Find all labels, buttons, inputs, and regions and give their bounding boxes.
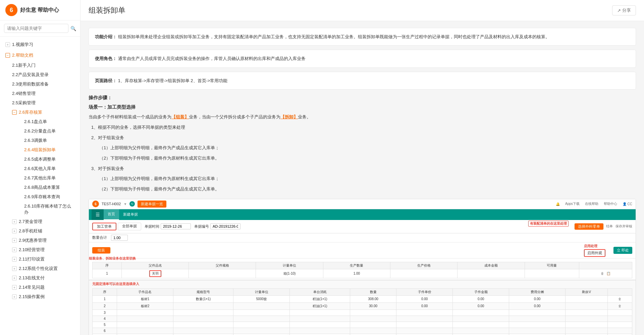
sidebar-item-other-out[interactable]: 2.6.7其他出库单	[24, 173, 80, 183]
function-desc-text: 组装拆卸单用来处理企业组装或拆卸等加工业务，支持有固定装配清单的产品加工业务，也…	[118, 34, 550, 39]
mock-row-delete-icon[interactable]: 🗑	[601, 272, 604, 275]
mock-qty-total-input[interactable]	[111, 235, 128, 241]
nav-tree: + 1.视频学习 − 2.帮助文档 2.1新手入门 2.2产品安装及登录 2.3…	[0, 37, 80, 335]
mock-date-input[interactable]	[161, 223, 191, 229]
sidebar-item-cost[interactable]: 2.6.5成本调整单	[24, 155, 80, 164]
sidebar-item-sales[interactable]: 2.4销售管理	[12, 89, 80, 98]
sidebar-item-video[interactable]: + 1.视频学习	[0, 39, 80, 50]
mock-ltable-col-seq: 序	[93, 288, 117, 295]
mock-cell-avail	[525, 269, 579, 278]
search-input[interactable]	[4, 24, 68, 33]
mock-logo: 6	[92, 201, 99, 207]
mock-cell-unit: 箱(1-10)	[256, 269, 323, 278]
mock-enable-btn[interactable]: 启用外观	[584, 249, 605, 257]
mock-cell-name-input[interactable]: 关羽	[149, 270, 161, 277]
expand-icon: +	[12, 229, 17, 233]
mock-sync-icon: ↻	[129, 201, 135, 207]
expand-icon: +	[12, 276, 17, 280]
mock-assembly-badge[interactable]: 组装	[92, 247, 110, 254]
mock-ltable-col-consume: 单台消耗	[290, 288, 350, 295]
mock-del-icon2[interactable]: 🗑	[618, 304, 622, 308]
mock-bill-no-label: 单据编号	[194, 224, 209, 229]
step-2-1: （1）上部明细为父件明细，最终作为产成品生成其它入库单；	[99, 144, 636, 152]
sidebar-item-online-pay[interactable]: + 2.13在线支付	[12, 273, 80, 283]
sidebar-item-assembly[interactable]: 2.6.4组装拆卸单	[24, 145, 80, 155]
mock-section-header: 组装 组装业务、拆卸业务在这里切换 启用处理 启用外观 立 即处	[89, 242, 636, 259]
sidebar-item-install[interactable]: 2.2产品安装及登录	[12, 70, 80, 79]
mock-row-copy-icon[interactable]: 📋	[606, 272, 610, 275]
sidebar-item-print[interactable]: + 2.11打印设置	[12, 255, 80, 264]
sidebar-item-label: 2.3使用前数据准备	[12, 81, 49, 87]
mock-table-col-avail: 可用量	[525, 262, 579, 269]
sidebar-header: 6 好生意 帮助中心	[0, 0, 80, 20]
mock-ltable-col-price: 子件单价	[396, 288, 453, 295]
table-row: 1 关羽 箱(1-10) 1.00	[93, 269, 632, 278]
sidebar-item-goods-cost[interactable]: 2.6.8商品成本重算	[24, 183, 80, 192]
sidebar-item-label: 2.6库存核算	[19, 109, 42, 115]
sidebar-item-count[interactable]: 2.6.1盘点单	[24, 117, 80, 126]
mock-cell-seq: 1	[93, 269, 122, 278]
mock-cell-cost	[458, 269, 525, 278]
sidebar-item-purchase[interactable]: 2.5采购管理	[12, 98, 80, 108]
scene1-desc: 当由多个子件材料组装成一个成品的业务为【组装】业务，当由一个父件拆分成多个子产品…	[89, 113, 636, 121]
sidebar-item-faq[interactable]: + 2.14常见问题	[12, 283, 80, 292]
mock-tab-new[interactable]: 新建单据	[119, 209, 142, 220]
role-label: 使用角色：	[95, 56, 117, 61]
mock-nav-bar: ☰ 首页 新建单据	[89, 209, 636, 220]
mock-confirm-btn[interactable]: 立 即处	[613, 247, 632, 254]
mock-type-tabs: 加工管单 全部单据	[92, 223, 141, 230]
mock-type-select[interactable]: 加工管单	[92, 223, 116, 230]
sidebar-item-stock-check[interactable]: 2.6.9库存账本查询	[24, 192, 80, 202]
step-2: 2、对于组装业务	[91, 134, 636, 142]
sidebar-item-finance[interactable]: + 2.7资金管理	[12, 217, 80, 226]
sidebar-item-inventory[interactable]: − 2.6库存核算	[12, 108, 80, 117]
docs-subnav: 2.1新手入门 2.2产品安装及登录 2.3使用前数据准备 2.4销售管理 2.…	[0, 61, 80, 301]
sidebar-item-ops[interactable]: + 2.10经营管理	[12, 245, 80, 255]
expand-icon: +	[12, 294, 17, 299]
mock-bill-no-input[interactable]	[210, 223, 240, 229]
sidebar-item-partial[interactable]: 2.6.2分量盘点单	[24, 126, 80, 136]
annotation-1: 有装配清单的在这里处理	[528, 221, 569, 227]
mock-del-icon[interactable]: 🗑	[618, 297, 622, 301]
path-label: 页面路径：	[95, 78, 117, 83]
sidebar-item-label: 1.视频学习	[12, 42, 33, 48]
mock-tab-home[interactable]: 首页	[104, 209, 119, 220]
mock-type-badge-wrapper: 组装 组装业务、拆卸业务在这里切换	[92, 247, 110, 254]
sidebar-item-custom[interactable]: + 2.12系统个性化设置	[12, 264, 80, 273]
expand-icon: +	[12, 285, 17, 290]
mock-table-col-price: 生产价格	[390, 262, 458, 269]
search-button[interactable]: 🔍	[70, 26, 76, 31]
mock-arrange-btn[interactable]: 选择外科零单	[575, 223, 603, 230]
sidebar-item-coupon[interactable]: + 2.9优惠券管理	[12, 236, 80, 245]
app-title: 好生意 帮助中心	[20, 7, 59, 14]
sidebar-item-transfer[interactable]: 2.6.3调拨单	[24, 136, 80, 145]
mock-nav-toggle: ☰	[92, 209, 104, 220]
mock-second-row: 数量合计	[89, 233, 636, 242]
search-box: 🔍	[0, 20, 80, 37]
step-3: 3、对于拆装业务	[91, 165, 636, 173]
sidebar: 6 好生意 帮助中心 🔍 + 1.视频学习 − 2.帮助文档 2.1新手入门 2…	[0, 0, 80, 335]
sidebar-item-mobile[interactable]: + 2.8手机旺铺	[12, 226, 80, 236]
mock-lower-table: 序 子件品名 规格型号 计量单位 单台消耗 数量 子件单价 子件金额 费用分摊 …	[92, 288, 632, 335]
mock-lower-wrapper: 无固定清单可以在这里选填录入 序 子件品名 规格型号 计量单位 单台消耗 数量 …	[89, 280, 636, 335]
mock-app-id: TEST-H002	[102, 202, 121, 206]
mock-right-actions: 选择外科零单 结单 保存并审核	[244, 223, 632, 230]
mock-form-wrapper: 加工管单 全部单据 单据时间 单据编号 选	[89, 220, 636, 242]
share-button[interactable]: ↗ 分享	[612, 5, 636, 15]
mock-type-all[interactable]: 全部单据	[118, 223, 141, 230]
sidebar-item-cases[interactable]: + 2.15操作案例	[12, 292, 80, 301]
sidebar-item-data[interactable]: 2.3使用前数据准备	[12, 79, 80, 89]
annotation-2: 组装业务、拆卸业务在这里切换	[89, 256, 136, 261]
scene1-title: 场景一：加工类型选择	[89, 104, 636, 110]
sidebar-item-docs[interactable]: − 2.帮助文档	[0, 50, 80, 61]
share-icon: ↗	[617, 8, 621, 13]
expand-icon: +	[12, 219, 17, 224]
mock-new-order-btn[interactable]: 新建单据一览	[138, 201, 166, 208]
sidebar-item-newbie[interactable]: 2.1新手入门	[12, 61, 80, 70]
mock-bell-icon: 🔔	[556, 202, 560, 206]
sidebar-item-other-in[interactable]: 2.6.6其他入库单	[24, 164, 80, 173]
mock-cell-ops: 🗑 📋	[579, 269, 632, 278]
sidebar-item-wrong[interactable]: 2.6.10库存账本错了怎么办	[24, 202, 80, 217]
mock-ltable-col-amount: 子件金额	[453, 288, 509, 295]
mock-table-col-parent-spec: 父件规格	[189, 262, 256, 269]
